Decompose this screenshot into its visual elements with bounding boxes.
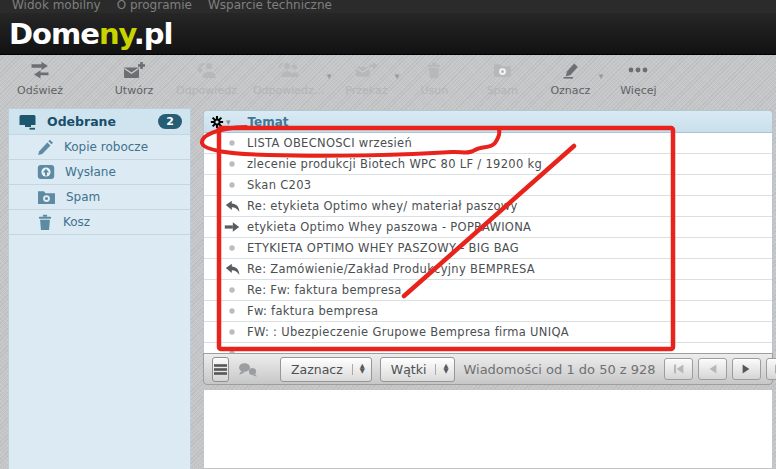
toolbar-button-label: Odśwież <box>17 84 63 97</box>
logo-part-3: .pl <box>134 17 173 51</box>
message-list: ▾ Temat LISTA OBECNOSCI wrzesień zleceni… <box>203 110 773 354</box>
folder-label: Wysłane <box>65 165 116 179</box>
page-first-button[interactable] <box>664 358 693 380</box>
message-row[interactable]: Skan C203 <box>204 175 772 196</box>
message-row[interactable]: ETYKIETA OPTIMO WHEY PASZOWY - BIG BAG <box>204 238 772 259</box>
logo-part-1: Dome <box>9 17 99 51</box>
page-next-button[interactable] <box>732 358 761 380</box>
select-group: Zaznacz ▲▼ Wątki ▲▼ <box>272 357 455 382</box>
list-options-button[interactable]: ▾ <box>210 115 231 129</box>
forward-button[interactable]: ▾ Przekaż <box>332 55 400 97</box>
link-widok-mobilny[interactable]: Widok mobilny <box>12 0 101 11</box>
toolbar-button-label: Przekaż <box>345 84 387 97</box>
topbar: Widok mobilny O programie Wsparcie techn… <box>0 0 776 13</box>
unread-dot-icon <box>224 159 240 169</box>
toolbar-button-label: Usuń <box>420 84 448 97</box>
unread-dot-icon <box>224 285 240 295</box>
message-row[interactable]: Re: etykieta Optimo whey/ materiał paszo… <box>204 196 772 217</box>
webmail-window: Widok mobilny O programie Wsparcie techn… <box>0 0 776 469</box>
gear-icon <box>210 115 224 129</box>
folder-inbox[interactable]: Odebrane 2 <box>9 109 190 135</box>
message-row[interactable]: Fw: faktura bempresa <box>204 301 772 322</box>
unread-dot-icon <box>224 138 240 148</box>
mark-button[interactable]: ▾ Oznacz <box>536 55 604 97</box>
message-row[interactable]: etykieta Optimo Whey paszowa - POPRAWION… <box>204 217 772 238</box>
preview-pane <box>203 389 773 469</box>
forward-mail-icon <box>355 59 378 81</box>
unread-badge: 2 <box>158 114 182 129</box>
message-subject: zlecenie produkcji Biotech WPC 80 LF / 1… <box>247 157 542 171</box>
toolbar-button-label: Spam <box>487 84 518 97</box>
unread-dot-icon <box>224 306 240 316</box>
message-row[interactable]: Re: Zamówienie/Zakład Produkcyjny BEMPRE… <box>204 259 772 280</box>
folder-spam[interactable]: Spam <box>9 185 190 210</box>
reply-button[interactable]: ▾ Odpowiedz <box>168 55 245 97</box>
message-subject: FW: : Ubezpieczenie Grupowe Bempresa fir… <box>247 325 569 339</box>
message-row[interactable]: LISTA OBECNOSCI wrzesień <box>204 133 772 154</box>
toolbar-button-label: Odpowiedz <box>176 84 237 97</box>
message-row[interactable]: zlecenie produkcji Biotech WPC 80 LF / 1… <box>204 154 772 175</box>
message-rows: LISTA OBECNOSCI wrzesień zlecenie produk… <box>204 133 772 354</box>
toolbar-button-label: Utwórz <box>115 84 153 97</box>
reply-all-icon <box>278 59 300 81</box>
spam-button[interactable]: ▾ Spam <box>468 55 536 97</box>
compose-button[interactable]: ▾ Utwórz <box>100 55 168 97</box>
select-watki[interactable]: Wątki ▲▼ <box>380 357 456 382</box>
threads-toggle[interactable] <box>237 362 258 377</box>
column-header-subject[interactable]: Temat <box>248 115 289 129</box>
spam-folder-icon <box>493 59 512 81</box>
message-subject: Fw: faktura bempresa <box>247 304 378 318</box>
replied-icon <box>224 263 240 276</box>
link-wsparcie-techniczne[interactable]: Wsparcie techniczne <box>208 0 332 11</box>
reply-all-button[interactable]: ▾ Odpowiedz... <box>245 55 332 97</box>
more-button[interactable]: ▾ Więcej <box>604 55 672 97</box>
select-label: Zaznacz <box>291 362 343 377</box>
chevron-down-icon: ▾ <box>226 117 231 127</box>
spam-folder-icon <box>37 189 56 205</box>
folder-trash[interactable]: Kosz <box>9 210 190 235</box>
trash-icon <box>37 214 53 231</box>
delete-button[interactable]: ▾ Usuń <box>400 55 468 97</box>
page-prev-button[interactable] <box>698 358 727 380</box>
updown-arrows-icon: ▲▼ <box>435 364 448 375</box>
unread-dot-icon <box>224 327 240 337</box>
toolbar-button-label: Oznacz <box>550 84 590 97</box>
message-subject: Skan C203 <box>247 178 311 192</box>
chevron-down-icon: ▾ <box>395 71 400 81</box>
updown-arrows-icon: ▲▼ <box>352 364 365 375</box>
message-subject: ETYKIETA OPTIMO WHEY PASZOWY - BIG BAG <box>247 241 519 255</box>
domeny-pl-logo[interactable]: Domeny.pl <box>9 16 173 52</box>
list-view-button[interactable] <box>212 357 229 382</box>
folder-label: Spam <box>66 190 100 204</box>
select-zaznacz[interactable]: Zaznacz ▲▼ <box>280 357 372 382</box>
folder-label: Odebrane <box>47 114 116 129</box>
trash-icon <box>426 59 442 81</box>
pagination <box>664 358 776 380</box>
replied-icon <box>224 200 240 213</box>
logo-part-2: ny <box>99 17 134 51</box>
forwarded-icon <box>224 221 240 233</box>
folder-sent[interactable]: Wysłane <box>9 160 190 185</box>
link-o-programie[interactable]: O programie <box>117 0 192 11</box>
page-last-button[interactable] <box>766 358 776 380</box>
pencil-icon <box>37 139 54 156</box>
toolbar-button-label: Więcej <box>620 84 656 97</box>
message-row[interactable]: Re: Fw: faktura bempresa <box>204 280 772 301</box>
chevron-down-icon: ▾ <box>327 71 332 81</box>
folder-drafts[interactable]: Kopie robocze <box>9 135 190 160</box>
message-subject: etykieta Optimo Whey paszowa - POPRAWION… <box>247 220 531 234</box>
message-row[interactable]: FW: : Ubezpieczenie Grupowe Bempresa fir… <box>204 322 772 343</box>
more-dots-icon <box>627 59 649 81</box>
select-label: Wątki <box>391 362 427 377</box>
folder-label: Kosz <box>63 215 90 229</box>
unread-dot-icon <box>224 180 240 190</box>
reply-person-icon <box>196 59 216 81</box>
message-subject: Re: Zamówienie/Zakład Produkcyjny BEMPRE… <box>247 262 535 276</box>
unread-dot-icon <box>224 243 240 253</box>
list-toolbar: Zaznacz ▲▼ Wątki ▲▼ Wiadomości od 1 do 5… <box>203 353 773 385</box>
chevron-down-icon: ▾ <box>599 71 604 81</box>
message-count-status: Wiadomości od 1 do 50 z 928 <box>463 362 655 377</box>
message-subject: Re: Fw: faktura bempresa <box>247 283 402 297</box>
refresh-button[interactable]: ▾ Odśwież <box>6 55 74 97</box>
toolbar-button-label: Odpowiedz... <box>253 84 324 97</box>
